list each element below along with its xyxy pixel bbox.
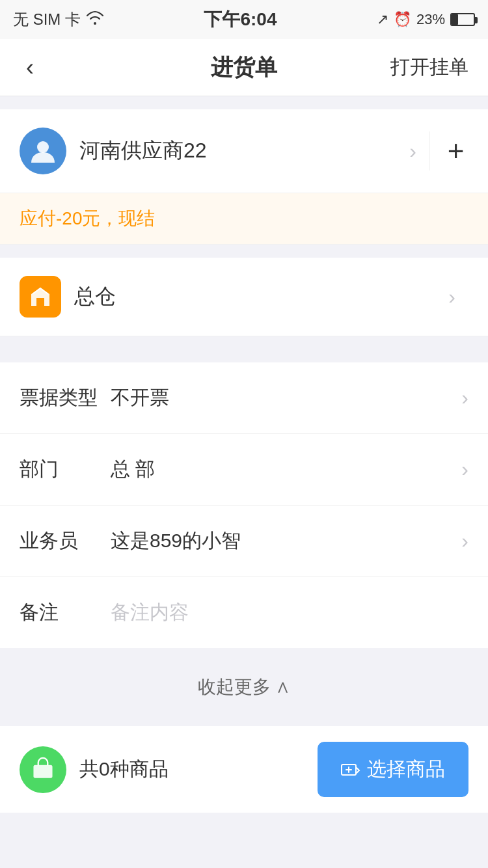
page-title: 进货单 — [211, 53, 277, 83]
nav-bar: ‹ 进货单 打开挂单 — [0, 39, 488, 96]
warehouse-name: 总仓 — [74, 282, 448, 311]
supplier-chevron-icon: › — [409, 139, 416, 163]
open-pending-button[interactable]: 打开挂单 — [390, 54, 468, 81]
supplier-section: 河南供应商22 › + 应付-20元，现结 — [0, 109, 488, 245]
warehouse-row[interactable]: 总仓 › — [0, 258, 488, 336]
alarm-icon: ⏰ — [394, 11, 411, 28]
top-divider — [0, 96, 488, 109]
remark-input[interactable]: 备注内容 — [98, 599, 468, 626]
page-background — [0, 813, 488, 868]
supplier-row[interactable]: 河南供应商22 › + — [0, 109, 488, 193]
invoice-label: 票据类型 — [20, 385, 98, 411]
remark-row[interactable]: 备注 备注内容 — [0, 577, 488, 648]
dept-label: 部门 — [20, 456, 98, 483]
dept-value: 总 部 — [98, 456, 461, 483]
mid-divider — [0, 245, 488, 258]
invoice-chevron-icon: › — [461, 386, 468, 410]
product-count: 共0种商品 — [79, 756, 318, 783]
invoice-value: 不开票 — [98, 385, 461, 411]
bottom-bar: 共0种商品 选择商品 — [0, 726, 488, 813]
product-icon — [20, 746, 66, 793]
sales-chevron-icon: › — [461, 529, 468, 553]
location-icon: ↗ — [377, 11, 388, 28]
carrier-text: 无 SIM 卡 — [13, 9, 81, 30]
sales-row[interactable]: 业务员 这是859的小智 › — [0, 506, 488, 577]
status-left: 无 SIM 卡 — [13, 9, 104, 30]
status-time: 下午6:04 — [204, 7, 277, 32]
status-bar: 无 SIM 卡 下午6:04 ↗ ⏰ 23% — [0, 0, 488, 39]
back-button[interactable]: ‹ — [20, 47, 40, 88]
remark-label: 备注 — [20, 599, 98, 626]
invoice-row[interactable]: 票据类型 不开票 › — [0, 362, 488, 434]
sales-label: 业务员 — [20, 528, 98, 554]
sales-value: 这是859的小智 — [98, 528, 461, 554]
dept-row[interactable]: 部门 总 部 › — [0, 434, 488, 506]
svg-rect-2 — [33, 765, 52, 778]
supplier-avatar — [20, 128, 66, 174]
notice-text: 应付-20元，现结 — [20, 208, 155, 228]
supplier-name: 河南供应商22 — [79, 137, 409, 165]
form-divider — [0, 336, 488, 349]
dept-chevron-icon: › — [461, 457, 468, 481]
warehouse-chevron-icon: › — [448, 285, 455, 309]
warehouse-icon — [20, 276, 61, 318]
battery-text: 23% — [416, 11, 445, 28]
svg-point-0 — [37, 141, 49, 153]
status-right: ↗ ⏰ 23% — [377, 11, 475, 28]
battery-icon — [450, 13, 475, 26]
warehouse-section: 总仓 › — [0, 258, 488, 336]
select-product-button[interactable]: 选择商品 — [318, 742, 468, 797]
notice-bar: 应付-20元，现结 — [0, 193, 488, 245]
svg-rect-1 — [36, 298, 44, 306]
wifi-icon — [86, 10, 104, 29]
add-supplier-button[interactable]: + — [429, 131, 468, 170]
collapse-bar[interactable]: 收起更多 ∧ — [0, 661, 488, 713]
select-product-label: 选择商品 — [367, 756, 445, 783]
collapse-label: 收起更多 ∧ — [198, 675, 291, 699]
form-section: 票据类型 不开票 › 部门 总 部 › 业务员 这是859的小智 › 备注 备注… — [0, 362, 488, 648]
